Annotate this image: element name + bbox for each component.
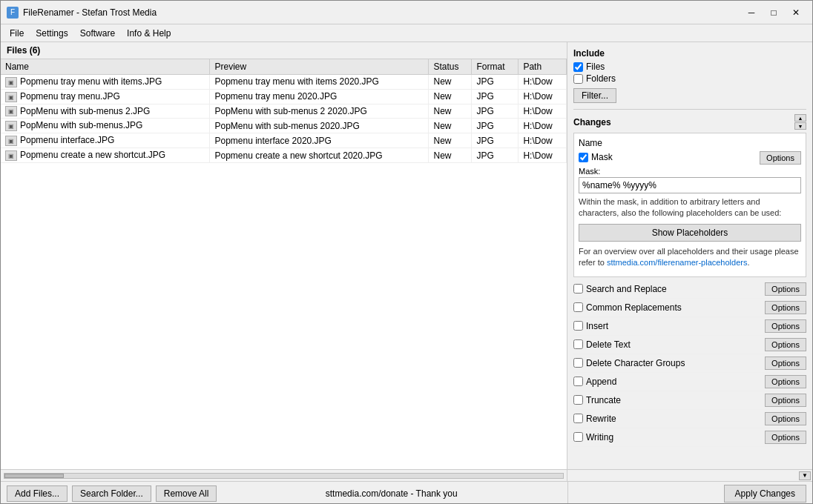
right-content: Include Files Folders Filter... Changes … — [567, 42, 812, 469]
checkbox-delete-char-groups[interactable] — [573, 358, 583, 368]
file-status-cell: New — [429, 75, 472, 90]
checkbox-insert[interactable] — [573, 321, 583, 331]
maximize-button[interactable]: □ — [763, 4, 784, 21]
file-name-cell: ▣PopMenu with sub-menus 2.JPG — [1, 104, 210, 119]
hscroll-thumb[interactable] — [4, 474, 64, 478]
file-preview-cell: PopMenu with sub-menus 2 2020.JPG — [210, 104, 429, 119]
col-header-name[interactable]: Name — [1, 59, 210, 75]
file-status-cell: New — [429, 89, 472, 104]
label-search-replace: Search and Replace — [586, 284, 667, 294]
folders-label: Folders — [586, 73, 616, 84]
file-path-cell: H:\Dow — [519, 119, 567, 133]
file-format-cell: JPG — [472, 133, 519, 148]
menu-file[interactable]: File — [4, 27, 30, 40]
options-delete-text[interactable]: Options — [765, 338, 806, 351]
options-delete-char-groups[interactable]: Options — [765, 357, 806, 370]
right-panel: Include Files Folders Filter... Changes … — [567, 42, 812, 481]
file-path-cell: H:\Dow — [519, 148, 567, 163]
file-path-cell: H:\Dow — [519, 133, 567, 148]
checkbox-search-replace[interactable] — [573, 284, 583, 294]
col-header-path[interactable]: Path — [519, 59, 567, 75]
checkbox-rewrite[interactable] — [573, 414, 583, 423]
filter-button[interactable]: Filter... — [573, 88, 616, 103]
vscroll-down-arrow[interactable]: ▼ — [799, 471, 811, 480]
files-checkbox[interactable] — [573, 62, 583, 72]
mask-options-button[interactable]: Options — [760, 151, 801, 165]
scroll-up-arrow[interactable]: ▲ — [794, 114, 806, 122]
checkbox-common-replacements[interactable] — [573, 302, 583, 312]
file-format-cell: JPG — [472, 119, 519, 133]
change-items-list: Search and Replace Options Common Replac… — [573, 280, 806, 447]
file-name-cell: ▣Popmenu tray menu.JPG — [1, 89, 210, 104]
mask-field-label: Mask: — [579, 167, 801, 176]
show-placeholders-button[interactable]: Show Placeholders — [579, 224, 801, 242]
changes-header: Changes ▲ ▼ — [573, 114, 806, 130]
checkbox-writing[interactable] — [573, 432, 583, 442]
left-panel: Files (6) Name Preview Status Format Pat… — [1, 42, 567, 481]
remove-all-button[interactable]: Remove All — [156, 485, 217, 502]
mask-row: Mask Options — [579, 151, 801, 165]
options-writing[interactable]: Options — [765, 431, 806, 444]
minimize-button[interactable]: ─ — [741, 4, 762, 21]
scroll-down-arrow[interactable]: ▼ — [794, 122, 806, 130]
col-header-format[interactable]: Format — [472, 59, 519, 75]
file-icon: ▣ — [5, 77, 17, 87]
label-insert: Insert — [586, 321, 608, 331]
col-header-preview[interactable]: Preview — [210, 59, 429, 75]
checkbox-append[interactable] — [573, 377, 583, 386]
table-row[interactable]: ▣Popmenu create a new shortcut.JPG Popme… — [1, 148, 567, 163]
file-icon: ▣ — [5, 150, 17, 161]
menu-software[interactable]: Software — [74, 27, 121, 40]
table-row[interactable]: ▣Popmenu tray menu.JPG Popmenu tray menu… — [1, 89, 567, 104]
checkbox-truncate[interactable] — [573, 395, 583, 405]
mask-checkbox[interactable] — [579, 153, 588, 162]
add-files-button[interactable]: Add Files... — [7, 485, 68, 502]
options-truncate[interactable]: Options — [765, 394, 806, 407]
file-path-cell: H:\Dow — [519, 75, 567, 90]
mask-section: Mask Options Mask: Within the mask, in a… — [579, 151, 801, 269]
file-icon: ▣ — [5, 136, 17, 146]
file-preview-cell: Popmenu tray menu 2020.JPG — [210, 89, 429, 104]
options-rewrite[interactable]: Options — [765, 412, 806, 425]
file-table-body: ▣Popmenu tray menu with items.JPG Popmen… — [1, 75, 567, 163]
file-format-cell: JPG — [472, 148, 519, 163]
change-item-delete-char-groups: Delete Character Groups Options — [573, 354, 806, 373]
options-common-replacements[interactable]: Options — [765, 301, 806, 314]
label-truncate: Truncate — [586, 395, 621, 405]
scroll-arrows: ▲ ▼ — [794, 114, 806, 130]
change-item-append: Append Options — [573, 373, 806, 391]
ph-description: For an overview over all placeholders an… — [579, 246, 801, 269]
label-writing: Writing — [586, 432, 613, 442]
options-search-replace[interactable]: Options — [765, 282, 806, 296]
apply-changes-button[interactable]: Apply Changes — [724, 485, 806, 503]
main-area: Files (6) Name Preview Status Format Pat… — [1, 42, 812, 481]
col-header-status[interactable]: Status — [429, 59, 472, 75]
table-row[interactable]: ▣Popmenu tray menu with items.JPG Popmen… — [1, 75, 567, 90]
checkbox-delete-text[interactable] — [573, 339, 583, 349]
hscroll-track[interactable] — [4, 473, 564, 479]
file-path-cell: H:\Dow — [519, 89, 567, 104]
file-name-cell: ▣Popmenu tray menu with items.JPG — [1, 75, 210, 90]
file-preview-cell: PopMenu with sub-menus 2020.JPG — [210, 119, 429, 133]
change-item-search-replace: Search and Replace Options — [573, 280, 806, 299]
mask-checkbox-row: Mask — [579, 152, 613, 162]
table-row[interactable]: ▣PopMenu with sub-menus 2.JPG PopMenu wi… — [1, 104, 567, 119]
file-icon: ▣ — [5, 121, 17, 131]
change-item-rewrite: Rewrite Options — [573, 410, 806, 428]
table-row[interactable]: ▣Popmenu interface.JPG Popmenu interface… — [1, 133, 567, 148]
mask-input[interactable] — [579, 177, 801, 193]
options-insert[interactable]: Options — [765, 319, 806, 333]
menu-settings[interactable]: Settings — [30, 27, 73, 40]
search-folder-button[interactable]: Search Folder... — [72, 485, 151, 502]
folders-checkbox[interactable] — [573, 74, 583, 84]
file-table-container[interactable]: Name Preview Status Format Path ▣Popmenu… — [1, 59, 567, 469]
ph-link[interactable]: sttmedia.com/filerenamer-placeholders — [607, 258, 748, 267]
menu-info-help[interactable]: Info & Help — [121, 27, 177, 40]
table-row[interactable]: ▣PopMenu with sub-menus.JPG PopMenu with… — [1, 119, 567, 133]
horizontal-scrollbar[interactable] — [1, 469, 567, 481]
mask-description: Within the mask, in addition to arbitrar… — [579, 196, 801, 219]
options-append[interactable]: Options — [765, 375, 806, 388]
file-status-cell: New — [429, 148, 472, 163]
close-button[interactable]: ✕ — [786, 4, 806, 21]
status-text: sttmedia.com/donate - Thank you — [221, 488, 562, 499]
